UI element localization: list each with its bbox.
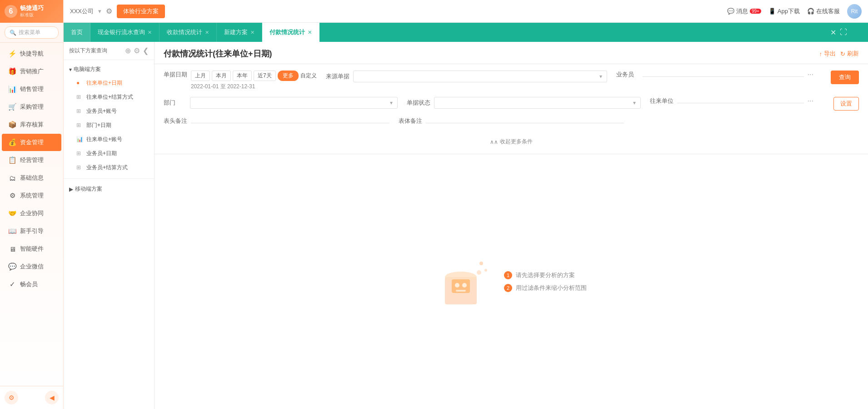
filter-row-3: 表头备注 表体备注 xyxy=(164,117,859,125)
export-button[interactable]: ↑ 导出 xyxy=(819,50,836,58)
this-month-button[interactable]: 本月 xyxy=(212,71,231,81)
counterpart-label: 往来单位 xyxy=(650,97,673,105)
sidebar-item-purchase[interactable]: 🛒 采购管理 xyxy=(2,98,61,116)
refresh-button[interactable]: ↻ 刷新 xyxy=(840,50,859,58)
filter-source-doc-item: 来源单据 ▾ xyxy=(326,71,608,82)
tab-cashflow-close[interactable]: ✕ xyxy=(148,30,152,35)
sidebar-footer: ⚙ ◀ xyxy=(0,386,63,409)
sidebar-item-wechat[interactable]: 💬 企业微信 xyxy=(2,258,61,275)
sidebar-item-label: 采购管理 xyxy=(20,103,44,111)
trial-industry-button[interactable]: 体验行业方案 xyxy=(117,5,165,18)
sidebar-item-member[interactable]: ✓ 畅会员 xyxy=(2,276,61,293)
setting-button[interactable]: 设置 xyxy=(833,97,859,111)
sidebar-collapse-button[interactable]: ◀ xyxy=(45,391,59,404)
scheme-item-staff-date[interactable]: ⊞ 业务员+日期 xyxy=(64,146,154,161)
sidebar-item-quicknav[interactable]: ⚡ 快捷导航 xyxy=(2,45,61,62)
export-label: 导出 xyxy=(824,50,836,58)
scheme-divider xyxy=(64,178,154,179)
filter-counterpart-item: 往来单位 ··· xyxy=(650,97,813,105)
last-month-button[interactable]: 上月 xyxy=(191,71,210,81)
desktop-group-header[interactable]: ▾ 电脑端方案 xyxy=(64,63,154,76)
tab-close-all-button[interactable]: ✕ xyxy=(830,28,836,37)
scheme-chart-icon: 📊 xyxy=(76,136,84,143)
scheme-item-staff-account[interactable]: ⊞ 业务员+账号 xyxy=(64,104,154,118)
salesperson-input[interactable] xyxy=(643,73,803,77)
tab-home-label: 首页 xyxy=(71,28,83,36)
sidebar-search-area[interactable]: 🔍 搜索菜单 xyxy=(0,23,63,43)
sidebar-item-marketing[interactable]: 🎁 营销推广 xyxy=(2,63,61,80)
filter-row-2: 部门 ▾ 单据状态 ▾ 往来单位 xyxy=(164,97,859,111)
add-scheme-button[interactable]: ⊕ xyxy=(125,46,131,55)
source-doc-select[interactable]: ▾ xyxy=(353,71,608,82)
scheme-table-icon: ⊞ xyxy=(76,150,84,157)
scheme-item-unit-account[interactable]: 📊 往来单位+账号 xyxy=(64,132,154,146)
sidebar-item-inventory[interactable]: 📦 库存核算 xyxy=(2,116,61,133)
header-note-input[interactable] xyxy=(191,119,389,123)
sidebar-item-basic[interactable]: 🗂 基础信息 xyxy=(2,169,61,187)
sidebar-item-system[interactable]: ⚙ 系统管理 xyxy=(2,187,61,204)
sidebar-settings-button[interactable]: ⚙ xyxy=(5,391,18,404)
scheme-item-dept-date[interactable]: ⊞ 部门+日期 xyxy=(64,118,154,132)
sidebar-item-label: 系统管理 xyxy=(20,192,44,200)
search-placeholder: 搜索菜单 xyxy=(19,29,40,36)
tab-maximize-button[interactable]: ⛶ xyxy=(840,28,847,36)
hint-num-2: 2 xyxy=(504,284,512,292)
sidebar-item-hardware[interactable]: 🖥 智能硬件 xyxy=(2,240,61,258)
tab-newscheme[interactable]: 新建方案 ✕ xyxy=(217,23,262,42)
empty-svg xyxy=(436,254,490,309)
salesperson-more-button[interactable]: ··· xyxy=(808,71,813,79)
dept-select[interactable]: ▾ xyxy=(190,97,398,109)
breadcrumb-dropdown-icon[interactable]: ▾ xyxy=(98,8,101,15)
tab-receipts[interactable]: 收款情况统计 ✕ xyxy=(160,23,217,42)
empty-illustration xyxy=(436,254,490,309)
body-note-input[interactable] xyxy=(426,119,624,123)
tab-payments[interactable]: 付款情况统计 ✕ xyxy=(262,23,319,42)
salesperson-label: 业务员 xyxy=(616,71,639,79)
filter-header-note-item: 表头备注 xyxy=(164,117,389,125)
sidebar-item-finance[interactable]: 💰 资金管理 xyxy=(2,134,61,151)
more-date-button[interactable]: 更多 xyxy=(278,71,299,81)
scheme-settings-icon[interactable]: ⚙ xyxy=(134,46,140,55)
collapse-button[interactable]: ∧∧ 收起更多条件 xyxy=(164,134,859,147)
svg-point-4 xyxy=(477,270,481,275)
online-service-button[interactable]: 🎧 在线客服 xyxy=(807,7,840,15)
sidebar-item-label: 畅会员 xyxy=(20,280,38,288)
empty-state-inner: 1 请先选择要分析的方案 2 用过滤条件来缩小分析范围 xyxy=(436,254,587,309)
online-service-label: 在线客服 xyxy=(816,7,840,15)
sidebar-item-enterprise[interactable]: 🤝 企业协同 xyxy=(2,205,61,222)
hint-text-2: 用过滤条件来缩小分析范围 xyxy=(516,284,587,292)
topbar-settings-icon[interactable]: ⚙ xyxy=(106,7,112,15)
panel-collapse-button[interactable]: ❮ xyxy=(143,46,149,55)
scheme-item-unit-date[interactable]: ● 往来单位+日期 xyxy=(64,76,154,90)
hint-text-1: 请先选择要分析的方案 xyxy=(516,271,575,279)
counterpart-input[interactable] xyxy=(677,99,804,103)
notification-button[interactable]: 💬 消息 99+ xyxy=(727,7,761,15)
scheme-item-staff-settle[interactable]: ⊞ 业务员+结算方式 xyxy=(64,161,154,175)
mobile-group-arrow: ▶ xyxy=(69,186,73,192)
page-actions: ↑ 导出 ↻ 刷新 xyxy=(819,50,859,58)
sidebar-item-sales[interactable]: 📊 销售管理 xyxy=(2,81,61,98)
counterpart-more-button[interactable]: ··· xyxy=(808,97,813,105)
tab-receipts-close[interactable]: ✕ xyxy=(205,30,209,35)
last7-button[interactable]: 近7天 xyxy=(254,71,276,81)
tab-payments-close[interactable]: ✕ xyxy=(308,30,312,35)
sidebar-item-operation[interactable]: 📋 经营管理 xyxy=(2,151,61,169)
tab-newscheme-close[interactable]: ✕ xyxy=(250,30,254,35)
content-area: 按以下方案查询 ⊕ ⚙ ❮ ▾ 电脑端方案 ● 往来单位+日期 ⊞ xyxy=(64,42,868,409)
app-logo-icon: 6 xyxy=(5,5,17,18)
tab-home[interactable]: 首页 xyxy=(64,23,90,42)
tab-cashflow[interactable]: 现金银行流水查询 ✕ xyxy=(90,23,160,42)
user-avatar[interactable]: Rit xyxy=(847,4,862,19)
avatar-initials: Rit xyxy=(851,8,858,15)
search-input-wrapper[interactable]: 🔍 搜索菜单 xyxy=(5,26,59,39)
query-button[interactable]: 查询 xyxy=(831,71,859,84)
doc-status-select[interactable]: ▾ xyxy=(434,97,641,109)
mobile-group-header[interactable]: ▶ 移动端方案 xyxy=(64,182,154,196)
scheme-item-label: 往来单位+账号 xyxy=(86,136,122,143)
this-year-button[interactable]: 本年 xyxy=(233,71,252,81)
sidebar-item-newguide[interactable]: 📖 新手引导 xyxy=(2,222,61,240)
date-filter-label: 单据日期 xyxy=(164,71,187,79)
wechat-icon: 💬 xyxy=(8,263,16,271)
app-download-button[interactable]: 📱 App下载 xyxy=(768,7,800,15)
scheme-item-unit-settle[interactable]: ⊞ 往来单位+结算方式 xyxy=(64,90,154,104)
